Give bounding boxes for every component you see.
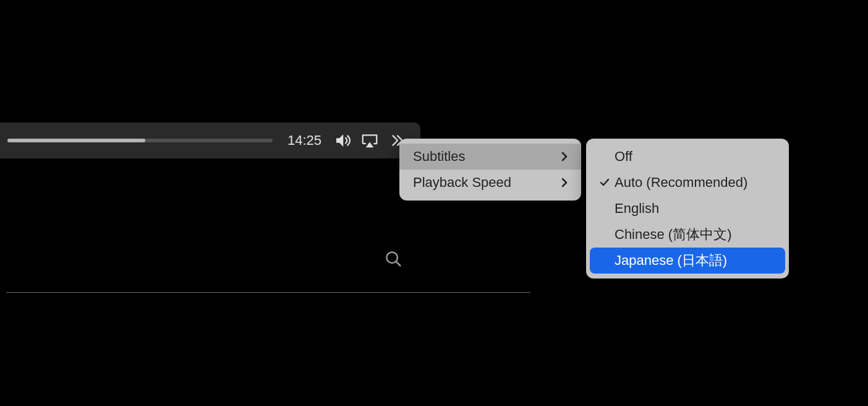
menu-item-label: Playback Speed — [413, 175, 559, 191]
svg-marker-1 — [366, 142, 374, 148]
airplay-icon[interactable] — [356, 127, 383, 154]
menu-item-subtitles[interactable]: Subtitles — [399, 144, 581, 170]
subtitle-option-chinese[interactable]: Chinese (简体中文) — [590, 222, 785, 248]
progress-bar[interactable] — [7, 139, 273, 142]
chevron-right-icon — [559, 177, 570, 188]
video-control-bar: 14:25 — [0, 123, 420, 158]
subtitle-option-off[interactable]: Off — [590, 144, 785, 170]
svg-line-3 — [396, 262, 400, 266]
subtitle-option-label: English — [612, 201, 774, 217]
subtitles-submenu: Off Auto (Recommended) English Chinese (… — [586, 139, 789, 279]
progress-track — [7, 139, 273, 142]
progress-fill — [7, 139, 145, 142]
chevron-right-icon — [559, 151, 570, 162]
check-icon — [597, 177, 612, 188]
subtitle-option-label: Japanese (日本語) — [612, 251, 774, 270]
search-icon[interactable] — [382, 248, 404, 270]
subtitle-option-label: Chinese (简体中文) — [612, 225, 774, 244]
divider — [6, 292, 530, 293]
subtitle-option-japanese[interactable]: Japanese (日本語) — [590, 248, 785, 274]
time-remaining: 14:25 — [287, 132, 321, 149]
menu-item-playback-speed[interactable]: Playback Speed — [399, 170, 581, 196]
subtitle-option-label: Off — [612, 149, 774, 165]
options-menu: Subtitles Playback Speed — [399, 139, 581, 201]
menu-item-label: Subtitles — [413, 149, 559, 165]
volume-icon[interactable] — [329, 127, 356, 154]
subtitle-option-label: Auto (Recommended) — [612, 175, 774, 191]
svg-marker-0 — [336, 134, 343, 147]
subtitle-option-auto[interactable]: Auto (Recommended) — [590, 170, 785, 196]
subtitle-option-english[interactable]: English — [590, 196, 785, 222]
